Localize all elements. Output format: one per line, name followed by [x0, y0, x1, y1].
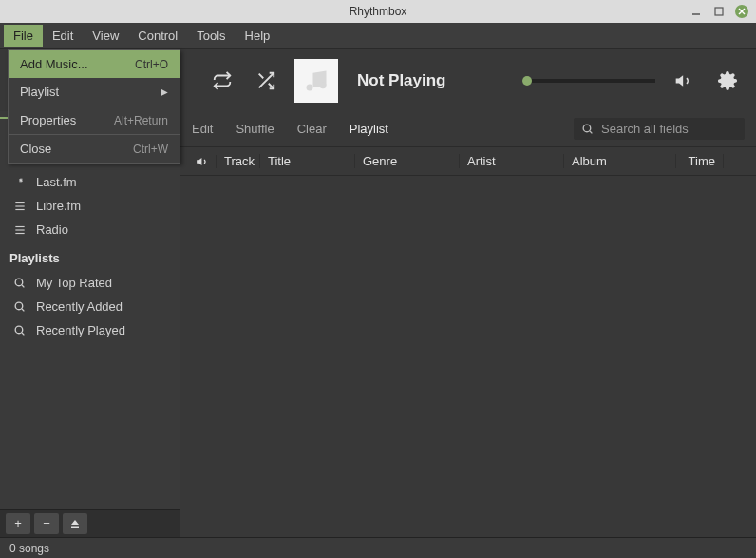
sidebar-item-label: Recently Played — [36, 323, 125, 337]
close-button[interactable] — [735, 5, 748, 18]
sidebar-item-recently-played[interactable]: Recently Played — [0, 318, 180, 342]
svg-line-6 — [259, 73, 264, 78]
menu-file[interactable]: File — [4, 25, 43, 47]
content-area: ♫ Music Podcasts ᣵ Last.fm — [0, 111, 756, 537]
now-playing-label: Not Playing — [357, 71, 446, 90]
menu-item-shortcut: Ctrl+O — [135, 58, 168, 71]
sidebar-item-librefm[interactable]: Libre.fm — [0, 194, 180, 218]
add-playlist-button[interactable]: + — [6, 513, 30, 534]
menu-playlist[interactable]: Playlist ▶ — [9, 78, 180, 106]
search-box[interactable] — [574, 118, 745, 140]
search-input[interactable] — [601, 122, 737, 136]
menu-tools[interactable]: Tools — [187, 25, 235, 47]
svg-line-21 — [22, 309, 24, 311]
sidebar-item-label: Recently Added — [36, 299, 123, 314]
sidebar-list: ♫ Music Podcasts ᣵ Last.fm — [0, 111, 180, 509]
sidebar-item-label: Last.fm — [36, 175, 77, 189]
app-window: Rhythmbox File Edit View Control Tools H… — [0, 0, 756, 558]
progress-slider[interactable] — [522, 79, 655, 83]
menu-help[interactable]: Help — [236, 25, 280, 47]
menu-item-label: Properties — [20, 113, 76, 127]
column-genre[interactable]: Genre — [355, 154, 460, 168]
status-text: 0 songs — [9, 542, 49, 555]
menu-add-music[interactable]: Add Music... Ctrl+O — [9, 50, 180, 78]
sidebar-bottom-bar: + − — [0, 509, 180, 537]
menu-view[interactable]: View — [83, 25, 128, 47]
menu-item-label: Add Music... — [20, 57, 88, 71]
svg-point-7 — [307, 84, 313, 90]
lastfm-icon: ᣵ — [13, 176, 28, 188]
clear-button[interactable]: Clear — [297, 122, 327, 136]
list-icon — [13, 200, 28, 213]
column-title[interactable]: Title — [260, 154, 355, 168]
sidebar-item-label: Libre.fm — [36, 199, 81, 213]
maximize-button[interactable] — [712, 5, 726, 18]
sidebar-item-top-rated[interactable]: My Top Rated — [0, 271, 180, 295]
svg-point-8 — [320, 82, 327, 88]
album-art — [294, 59, 338, 103]
menu-control[interactable]: Control — [128, 25, 187, 47]
column-track[interactable]: Track — [217, 154, 260, 168]
minimize-button[interactable] — [690, 5, 703, 18]
list-icon — [13, 223, 28, 237]
column-artist[interactable]: Artist — [460, 154, 564, 168]
menu-item-shortcut: Alt+Return — [114, 114, 168, 127]
svg-point-26 — [583, 125, 591, 132]
svg-line-23 — [22, 333, 24, 335]
eject-button[interactable] — [63, 513, 87, 534]
sidebar-item-label: My Top Rated — [36, 276, 112, 290]
search-icon — [581, 123, 594, 135]
search-icon — [13, 277, 28, 289]
chevron-right-icon: ▶ — [161, 87, 168, 97]
menu-item-label: Close — [20, 142, 51, 156]
window-controls — [690, 5, 748, 18]
remove-playlist-button[interactable]: − — [34, 513, 59, 534]
menu-bar: File Edit View Control Tools Help — [0, 23, 756, 49]
column-playing[interactable] — [188, 155, 217, 168]
table-header: Track Title Genre Artist Album Time — [180, 147, 756, 176]
column-time[interactable]: Time — [676, 154, 724, 168]
svg-line-19 — [22, 285, 24, 287]
svg-marker-28 — [197, 157, 201, 164]
svg-point-20 — [15, 302, 23, 310]
settings-button[interactable] — [712, 66, 743, 96]
menu-item-shortcut: Ctrl+W — [133, 143, 168, 156]
sidebar-playlists-header: Playlists — [0, 241, 180, 271]
file-dropdown: Add Music... Ctrl+O Playlist ▶ Propertie… — [8, 49, 180, 164]
title-bar: Rhythmbox — [0, 0, 756, 23]
status-bar: 0 songs — [0, 537, 756, 558]
main-toolbar: Edit Shuffle Clear Playlist — [180, 111, 756, 147]
sidebar-item-lastfm[interactable]: ᣵ Last.fm — [0, 170, 180, 194]
repeat-button[interactable] — [207, 66, 237, 96]
search-icon — [13, 300, 28, 313]
menu-item-label: Playlist — [20, 85, 59, 99]
sidebar-item-radio[interactable]: Radio — [0, 218, 180, 241]
column-album[interactable]: Album — [564, 154, 676, 168]
svg-point-22 — [15, 326, 23, 334]
svg-marker-24 — [71, 520, 79, 525]
menu-properties[interactable]: Properties Alt+Return — [9, 106, 180, 134]
svg-line-27 — [590, 131, 592, 133]
edit-button[interactable]: Edit — [192, 122, 213, 136]
volume-button[interactable] — [669, 66, 699, 96]
svg-marker-9 — [676, 75, 684, 87]
window-title: Rhythmbox — [350, 5, 407, 18]
search-icon — [13, 324, 28, 337]
shuffle-button-text[interactable]: Shuffle — [236, 122, 274, 136]
shuffle-button[interactable] — [251, 66, 281, 96]
sidebar-item-recently-added[interactable]: Recently Added — [0, 295, 180, 318]
sidebar: ♫ Music Podcasts ᣵ Last.fm — [0, 111, 180, 537]
progress-knob[interactable] — [522, 76, 532, 86]
svg-rect-1 — [715, 8, 723, 15]
playlist-button[interactable]: Playlist — [350, 122, 388, 136]
table-body — [180, 176, 756, 537]
menu-close[interactable]: Close Ctrl+W — [9, 135, 180, 163]
menu-edit[interactable]: Edit — [43, 25, 83, 47]
svg-point-18 — [15, 279, 23, 286]
main-panel: Edit Shuffle Clear Playlist Track Title … — [180, 111, 756, 537]
svg-rect-25 — [71, 526, 79, 528]
sidebar-item-label: Radio — [36, 222, 68, 237]
